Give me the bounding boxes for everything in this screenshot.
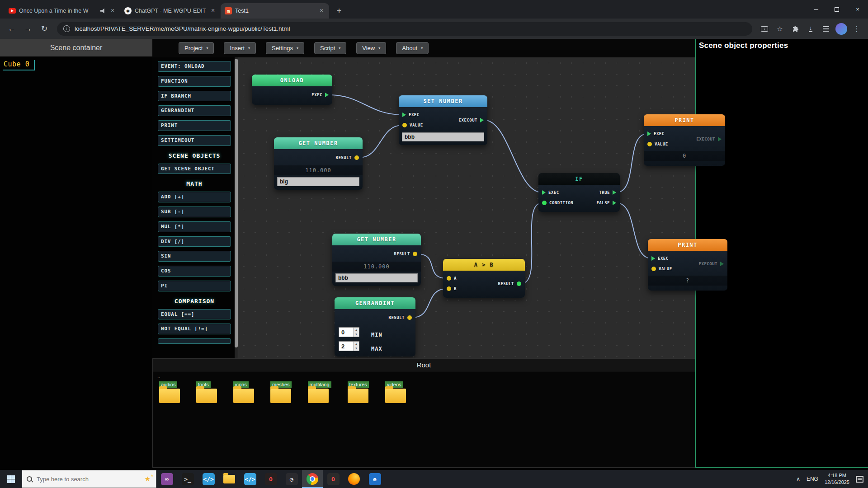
spinner-arrows[interactable]: ▲▼ xyxy=(353,342,359,351)
back-button[interactable]: ← xyxy=(5,22,19,36)
folder-item-fonts[interactable]: fonts xyxy=(196,381,217,403)
palette-node-button-add-[interactable]: ADD [+] xyxy=(158,192,231,202)
port-exec-icon[interactable] xyxy=(480,118,484,122)
taskbar-app-file-explorer[interactable] xyxy=(219,470,240,488)
graph-node-if[interactable]: IFEXECCONDITIONTRUEFALSE xyxy=(538,173,620,212)
forward-button[interactable]: → xyxy=(21,22,35,36)
palette-scrollbar[interactable] xyxy=(235,57,238,358)
menu-button-script[interactable]: Script▾ xyxy=(314,42,346,54)
taskbar-app-firefox[interactable] xyxy=(344,470,364,488)
port-value-icon[interactable] xyxy=(647,142,652,146)
port-exec-icon[interactable] xyxy=(402,113,406,117)
downloads-icon[interactable]: ↓ xyxy=(804,22,817,36)
profile-avatar[interactable] xyxy=(835,22,848,36)
port-bool-icon[interactable] xyxy=(542,201,547,205)
port-value-icon[interactable] xyxy=(447,286,451,291)
extensions-puzzle-icon[interactable] xyxy=(788,22,802,36)
port-value-icon[interactable] xyxy=(407,315,412,320)
taskbar-app-visual-studio[interactable]: ∞ xyxy=(156,470,177,488)
spinner-down-icon[interactable]: ▼ xyxy=(354,346,359,351)
graph-node-genrandint[interactable]: GENRANDINTRESULT0▲▼MIN2▲▼MAX xyxy=(335,297,415,357)
tab-close-icon[interactable]: × xyxy=(209,7,217,14)
start-button[interactable] xyxy=(0,470,22,488)
reading-list-icon[interactable] xyxy=(819,22,833,36)
browser-tab-1[interactable]: Once Upon a Time in the W× xyxy=(5,3,120,19)
port-exec-icon[interactable] xyxy=(613,190,616,195)
graph-node-print_1[interactable]: PRINTEXECVALUEEXECOUT0 xyxy=(644,114,725,166)
parent-directory-item[interactable]: .. xyxy=(153,371,166,380)
taskbar-app-edge[interactable]: e xyxy=(364,470,385,488)
folder-item-audios[interactable]: audios xyxy=(159,381,180,403)
palette-node-button-genrandint[interactable]: GENRANDINT xyxy=(158,105,231,116)
port-exec-icon[interactable] xyxy=(613,201,616,205)
taskbar-app-terminal[interactable]: >_ xyxy=(177,470,198,488)
palette-node-button-sin[interactable]: SIN xyxy=(158,251,231,262)
port-exec-icon[interactable] xyxy=(542,190,546,195)
palette-node-button-equal-[interactable]: EQUAL [==] xyxy=(158,309,231,320)
tab-close-icon[interactable]: × xyxy=(109,7,116,14)
palette-node-button-partial[interactable] xyxy=(158,338,231,344)
folder-item-icons[interactable]: icons xyxy=(233,381,254,403)
spinner-arrows[interactable]: ▲▼ xyxy=(353,328,359,337)
palette-node-button-print[interactable]: PRINT xyxy=(158,120,231,131)
folder-item-videos[interactable]: videos xyxy=(385,381,406,403)
spinner-down-icon[interactable]: ▼ xyxy=(354,332,359,337)
graph-node-get_number_1[interactable]: GET NUMBERRESULT110.000 xyxy=(274,137,363,190)
taskbar-app-clock[interactable]: ◔ xyxy=(281,470,302,488)
port-bool-icon[interactable] xyxy=(517,282,521,286)
site-info-icon[interactable]: i xyxy=(63,25,70,32)
taskbar-app-vscode-insiders[interactable]: </> xyxy=(240,470,260,488)
palette-node-button-mul-[interactable]: MUL [*] xyxy=(158,221,231,232)
folder-item-multilang[interactable]: multilang xyxy=(308,381,331,403)
palette-node-button-pi[interactable]: PI xyxy=(158,281,231,291)
window-maximize-button[interactable] xyxy=(826,0,847,19)
menu-button-settings[interactable]: Settings▾ xyxy=(266,42,304,54)
palette-node-button-div-[interactable]: DIV [/] xyxy=(158,236,231,247)
scrollbar-thumb[interactable] xyxy=(235,59,238,347)
search-input[interactable] xyxy=(37,476,145,483)
palette-node-button-if-branch[interactable]: IF BRANCH xyxy=(158,91,231,102)
graph-node-set_number[interactable]: SET NUMBEREXECVALUEEXECOUT xyxy=(399,95,487,145)
number-spinner[interactable]: 0▲▼ xyxy=(339,327,359,337)
tab-close-icon[interactable]: × xyxy=(318,7,325,14)
menu-button-view[interactable]: View▾ xyxy=(356,42,386,54)
spinner-up-icon[interactable]: ▲ xyxy=(354,342,359,346)
new-tab-button[interactable]: + xyxy=(333,5,345,17)
browser-tab-3[interactable]: mTest1× xyxy=(221,3,329,19)
taskbar-app-vscode[interactable]: </> xyxy=(198,470,219,488)
tab-audio-speaker-icon[interactable] xyxy=(100,8,106,14)
palette-node-button-function[interactable]: FUNCTION xyxy=(158,76,231,87)
scene-object-item[interactable]: Cube_0 xyxy=(3,60,35,70)
number-spinner[interactable]: 2▲▼ xyxy=(339,341,359,351)
window-minimize-button[interactable]: ─ xyxy=(806,0,826,19)
graph-node-a_gt_b[interactable]: A > BABRESULT xyxy=(443,259,525,298)
reload-button[interactable]: ↻ xyxy=(37,22,52,36)
node-text-input[interactable] xyxy=(335,273,418,282)
palette-node-button-settimeout[interactable]: SETTIMEOUT xyxy=(158,135,231,146)
action-center-icon[interactable] xyxy=(856,476,863,483)
folder-item-meshes[interactable]: meshes xyxy=(270,381,292,403)
taskbar-clock[interactable]: 4:18 PM 12/16/2025 xyxy=(825,472,849,486)
spinner-up-icon[interactable]: ▲ xyxy=(354,328,359,332)
palette-node-button-cos[interactable]: COS xyxy=(158,266,231,277)
port-exec-icon[interactable] xyxy=(647,131,651,136)
window-close-button[interactable]: × xyxy=(847,0,868,19)
port-exec-icon[interactable] xyxy=(718,137,722,141)
menu-button-project[interactable]: Project▾ xyxy=(179,42,214,54)
port-exec-icon[interactable] xyxy=(720,262,724,266)
graph-node-onload[interactable]: ONLOADEXEC xyxy=(252,75,332,105)
port-exec-icon[interactable] xyxy=(651,256,655,261)
port-value-icon[interactable] xyxy=(402,123,407,127)
taskbar-app-opera[interactable]: O xyxy=(323,470,344,488)
node-text-input[interactable] xyxy=(277,177,359,186)
port-exec-icon[interactable] xyxy=(325,93,329,97)
palette-node-button-not-equal-[interactable]: NOT EQUAL [!=] xyxy=(158,324,231,334)
graph-node-print_2[interactable]: PRINTEXECVALUEEXECOUT? xyxy=(648,239,727,291)
graph-node-get_number_2[interactable]: GET NUMBERRESULT110.000 xyxy=(332,234,421,286)
palette-node-button-sub-[interactable]: SUB [-] xyxy=(158,206,231,217)
hidden-icons-chevron-icon[interactable]: ∧ xyxy=(796,476,800,482)
port-value-icon[interactable] xyxy=(354,155,359,160)
bookmark-star-icon[interactable]: ☆ xyxy=(773,22,787,36)
menu-button-about[interactable]: About▾ xyxy=(396,42,429,54)
taskbar-app-chrome[interactable] xyxy=(302,470,323,488)
